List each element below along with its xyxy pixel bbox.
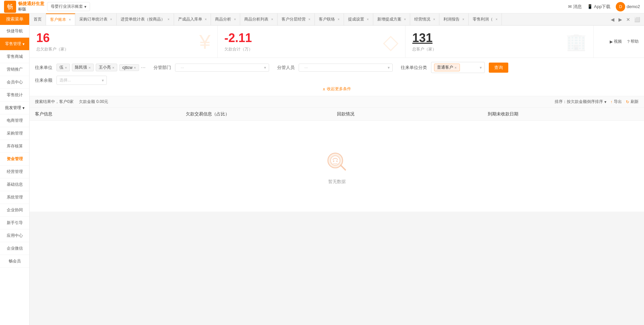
- sidebar-item-sys-mgmt[interactable]: 系统管理: [0, 191, 29, 204]
- remove-tag-0[interactable]: ×: [65, 66, 67, 70]
- tab-profit-report[interactable]: 利润报告 ×: [439, 13, 469, 26]
- tab-scroll-right[interactable]: ▶: [617, 16, 624, 23]
- tab-retail-profit[interactable]: 零售利润（ ×: [469, 13, 502, 26]
- sidebar-item-member-center[interactable]: 会员中心: [0, 76, 29, 89]
- sidebar-item-vip-member[interactable]: 畅会员: [0, 255, 29, 268]
- tab-purchase-stats[interactable]: 采购订单统计表 ×: [75, 13, 117, 26]
- sidebar-item-operations[interactable]: 经营管理: [0, 166, 29, 178]
- sidebar-item-finance[interactable]: 资金管理: [0, 153, 29, 166]
- filter-unit-class-tag[interactable]: 普通客户 ×: [434, 64, 460, 71]
- manager-arrow-icon: ▾: [388, 65, 390, 70]
- video-link[interactable]: ▶ 视频: [610, 39, 622, 44]
- help-link[interactable]: ? 帮助: [627, 39, 639, 44]
- filter-unit-class-label: 往来单位分类: [401, 65, 427, 71]
- svg-point-4: [336, 160, 338, 162]
- sidebar-item-retail-mgmt[interactable]: 零售管理 ▾: [0, 38, 29, 50]
- filter-tag-1[interactable]: 陈民强 ×: [72, 64, 93, 71]
- filter-manager-select[interactable]: ··· ▾: [299, 64, 393, 72]
- sidebar-item-enterprise-wechat[interactable]: 企业微信: [0, 242, 29, 255]
- content-area: 首页 客户账本 × 采购订单统计表 × 进货单统计表（按商品） × 产成品入库单…: [30, 13, 644, 325]
- close-tab-product-analysis[interactable]: ×: [234, 17, 236, 21]
- close-tab-customer-segment[interactable]: ×: [308, 17, 310, 21]
- close-tab-product-inbound[interactable]: ×: [205, 17, 207, 21]
- close-tab-operations-info[interactable]: ×: [433, 17, 435, 21]
- tab-close-all[interactable]: ✕: [625, 16, 632, 23]
- tab-scroll-left[interactable]: ◀: [609, 16, 616, 23]
- sidebar-item-batch-mgmt[interactable]: 批发管理 ▾: [0, 102, 29, 114]
- logo-icon: 畅: [4, 1, 16, 13]
- refresh-button[interactable]: ↻ 刷新: [626, 99, 639, 105]
- filter-dept-select[interactable]: ··· ▾: [175, 64, 269, 72]
- sidebar-item-marketing[interactable]: 营销推广: [0, 63, 29, 76]
- sort-arrow-icon: ▾: [604, 100, 606, 104]
- col-customer-info: 客户信息: [35, 111, 186, 117]
- stat-total-debtors: ¥ 16 总欠款客户（家）: [30, 26, 218, 58]
- remove-tag-1[interactable]: ×: [88, 66, 90, 70]
- tab-home[interactable]: 首页: [30, 13, 46, 26]
- stats-row: ¥ 16 总欠款客户（家） ◇ -2.11 欠款合计（万） 🏢: [30, 26, 644, 58]
- sidebar-search[interactable]: 搜索菜单: [0, 13, 29, 25]
- close-tab-customer-contact[interactable]: ×: [338, 17, 340, 21]
- app-download-button[interactable]: 📱 App下载: [587, 4, 610, 10]
- query-button[interactable]: 查询: [489, 63, 508, 73]
- close-tab-customer-ledger[interactable]: ×: [69, 18, 71, 22]
- close-tab-product-analysis-list[interactable]: ×: [271, 17, 273, 21]
- sidebar-item-retail-mall[interactable]: 零售商城: [0, 50, 29, 63]
- stat-value-debtors: 16: [36, 31, 69, 45]
- message-button[interactable]: ✉ 消息: [568, 4, 582, 10]
- sidebar-item-retail-stats[interactable]: 零售统计: [0, 89, 29, 102]
- close-tab-inbound-stats[interactable]: ×: [168, 17, 170, 21]
- tab-product-inbound[interactable]: 产成品入库单 ×: [174, 13, 211, 26]
- svg-line-2: [341, 165, 345, 170]
- tab-maximize[interactable]: ⬜: [633, 16, 641, 23]
- remove-unit-class[interactable]: ×: [455, 66, 457, 70]
- sidebar-item-basic-info[interactable]: 基础信息: [0, 178, 29, 191]
- sort-button[interactable]: 排序：按欠款金额倒序排序 ▾: [555, 99, 606, 105]
- export-button[interactable]: ↑ 导出: [610, 99, 622, 105]
- tab-raise-settings[interactable]: 提成设置 ×: [344, 13, 373, 26]
- tab-product-analysis[interactable]: 商品分析 ×: [211, 13, 240, 26]
- remove-tag-3[interactable]: ×: [134, 66, 136, 70]
- tab-customer-contact[interactable]: 客户联络 ×: [315, 13, 344, 26]
- tab-operations-info[interactable]: 经营情况 ×: [410, 13, 439, 26]
- sidebar-item-new-guide[interactable]: 新手引导: [0, 217, 29, 229]
- tab-product-analysis-list[interactable]: 商品分析列表 ×: [240, 13, 277, 26]
- close-tab-retail-profit[interactable]: ×: [496, 17, 498, 21]
- filter-area: 往来单位 伍 × 陈民强 × 王小亮 ×: [30, 58, 644, 96]
- main-layout: 搜索菜单 快捷导航 零售管理 ▾ 零售商城 营销推广 会员中心 零售统计 批发管…: [0, 13, 644, 325]
- results-summary: 搜索结果中，客户0家 欠款金额 0.00元: [35, 99, 108, 105]
- workspace-selector[interactable]: 母婴行业演示账套 ▾: [47, 2, 90, 11]
- col-overdue-date: 到期未收款日期: [488, 111, 639, 117]
- empty-text: 暂无数据: [328, 179, 346, 185]
- filter-tag-3[interactable]: cjttcw ×: [119, 64, 139, 71]
- filter-tag-0[interactable]: 伍 ×: [56, 64, 70, 71]
- export-icon: ↑: [610, 100, 612, 104]
- top-bar-left: 畅 畅捷通好生意 标版 母婴行业演示账套 ▾: [4, 1, 90, 13]
- sidebar-item-inventory[interactable]: 库存核算: [0, 140, 29, 153]
- sidebar-item-purchase-mgmt[interactable]: 采购管理: [0, 127, 29, 140]
- filter-more-tags[interactable]: ···: [141, 65, 145, 71]
- balance-arrow-icon: ▾: [102, 78, 104, 83]
- empty-state: 暂无数据: [30, 121, 644, 212]
- stat-total-customers: 🏢 131 总客户（家）: [405, 26, 594, 58]
- close-tab-new-raise-plan[interactable]: ×: [404, 17, 406, 21]
- filter-balance-select[interactable]: 选择... ▾: [56, 76, 107, 85]
- filter-unit-class-select[interactable]: 普通客户 × ▾: [431, 62, 485, 73]
- filter-unit-label: 往来单位: [35, 65, 52, 71]
- close-tab-purchase-stats[interactable]: ×: [110, 17, 112, 21]
- tab-inbound-stats[interactable]: 进货单统计表（按商品） ×: [117, 13, 174, 26]
- close-tab-profit-report[interactable]: ×: [462, 17, 464, 21]
- remove-tag-2[interactable]: ×: [112, 66, 114, 70]
- tab-customer-ledger[interactable]: 客户账本 ×: [46, 13, 75, 26]
- sidebar-item-ecommerce[interactable]: 电商管理: [0, 114, 29, 127]
- filter-tag-2[interactable]: 王小亮 ×: [96, 64, 117, 71]
- tab-customer-segment[interactable]: 客户分层经营 ×: [277, 13, 315, 26]
- sidebar-item-quick-nav[interactable]: 快捷导航: [0, 25, 29, 38]
- close-tab-raise-settings[interactable]: ×: [367, 17, 369, 21]
- sidebar-item-app-center[interactable]: 应用中心: [0, 229, 29, 242]
- sidebar-item-enterprise[interactable]: 企业协同: [0, 204, 29, 217]
- refresh-icon: ↻: [626, 100, 629, 104]
- tab-new-raise-plan[interactable]: 新增提成方案 ×: [373, 13, 411, 26]
- collapse-btn[interactable]: ∧ 收起更多条件: [323, 86, 351, 92]
- user-avatar[interactable]: D demo2: [616, 2, 640, 11]
